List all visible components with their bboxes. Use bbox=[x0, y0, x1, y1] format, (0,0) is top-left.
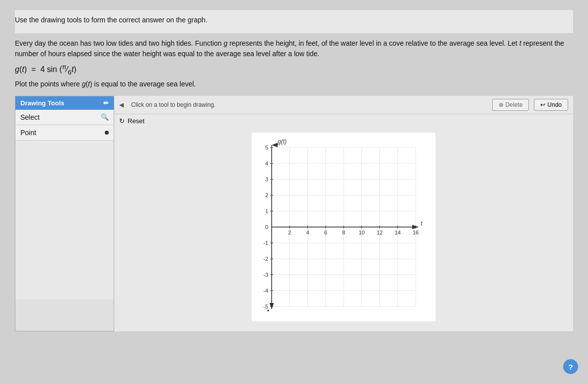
drawing-tools-header: Drawing Tools ✏ bbox=[15, 96, 114, 110]
drawing-tools-panel: Drawing Tools ✏ Select 🔍 Point bbox=[15, 96, 114, 331]
select-label: Select bbox=[20, 113, 40, 121]
svg-text:16: 16 bbox=[413, 230, 419, 235]
svg-point-65 bbox=[267, 309, 269, 311]
svg-text:t: t bbox=[421, 220, 423, 227]
reset-label: Reset bbox=[128, 117, 145, 125]
delete-x-icon: ⊗ bbox=[499, 101, 504, 108]
select-tool[interactable]: Select 🔍 bbox=[15, 110, 114, 125]
undo-button[interactable]: ↩ Undo bbox=[534, 99, 568, 111]
svg-text:g(t): g(t) bbox=[278, 138, 287, 145]
svg-text:4: 4 bbox=[265, 160, 268, 166]
svg-text:5: 5 bbox=[265, 145, 268, 151]
help-button[interactable]: ? bbox=[563, 359, 578, 374]
graph-svg[interactable]: 5 4 3 2 1 0 -1 -2 -3 -4 -5 2 4 6 8 10 12… bbox=[252, 133, 436, 321]
point-tool[interactable]: Point bbox=[15, 125, 114, 141]
svg-text:2: 2 bbox=[288, 230, 291, 235]
svg-text:12: 12 bbox=[376, 230, 382, 235]
plot-instruction: Plot the points where g(t) is equal to t… bbox=[15, 80, 573, 88]
svg-text:-1: -1 bbox=[263, 240, 268, 246]
reset-row[interactable]: ↻ Reset bbox=[114, 114, 573, 128]
svg-text:8: 8 bbox=[342, 230, 345, 235]
pencil-icon: ✏ bbox=[103, 99, 109, 107]
svg-text:-5: -5 bbox=[263, 304, 268, 309]
svg-text:14: 14 bbox=[395, 230, 401, 235]
toolbar-hint: Click on a tool to begin drawing. bbox=[129, 101, 216, 108]
undo-icon: ↩ bbox=[540, 101, 545, 108]
delete-button[interactable]: ⊗ Delete bbox=[492, 99, 529, 111]
reset-icon: ↻ bbox=[119, 117, 125, 125]
point-dot-icon bbox=[105, 131, 109, 135]
drawing-tools-label: Drawing Tools bbox=[20, 99, 65, 107]
arrow-left-icon: ◀ bbox=[119, 101, 124, 108]
svg-text:2: 2 bbox=[265, 192, 268, 198]
canvas-area: ◀ Click on a tool to begin drawing. ⊗ De… bbox=[114, 96, 573, 331]
svg-text:1: 1 bbox=[265, 208, 268, 214]
point-label: Point bbox=[20, 129, 36, 137]
formula-display: g(t) = 4 sin (π⁄6t) bbox=[15, 63, 573, 76]
svg-text:-2: -2 bbox=[263, 256, 268, 262]
svg-text:10: 10 bbox=[359, 230, 365, 235]
undo-label: Undo bbox=[547, 101, 562, 108]
svg-text:4: 4 bbox=[306, 230, 309, 235]
instruction2: Every day the ocean has two low tides an… bbox=[15, 38, 573, 59]
delete-label: Delete bbox=[506, 101, 523, 108]
instruction1: Use the drawing tools to form the correc… bbox=[15, 15, 573, 25]
toolbar-row: ◀ Click on a tool to begin drawing. ⊗ De… bbox=[114, 96, 573, 114]
svg-text:-4: -4 bbox=[263, 288, 268, 294]
svg-text:0: 0 bbox=[265, 224, 268, 230]
help-label: ? bbox=[568, 363, 573, 371]
select-icon: 🔍 bbox=[101, 113, 109, 121]
graph-container[interactable]: 5 4 3 2 1 0 -1 -2 -3 -4 -5 2 4 6 8 10 12… bbox=[114, 128, 573, 331]
svg-text:-3: -3 bbox=[263, 272, 268, 278]
svg-text:6: 6 bbox=[324, 230, 327, 235]
svg-text:3: 3 bbox=[265, 176, 268, 182]
